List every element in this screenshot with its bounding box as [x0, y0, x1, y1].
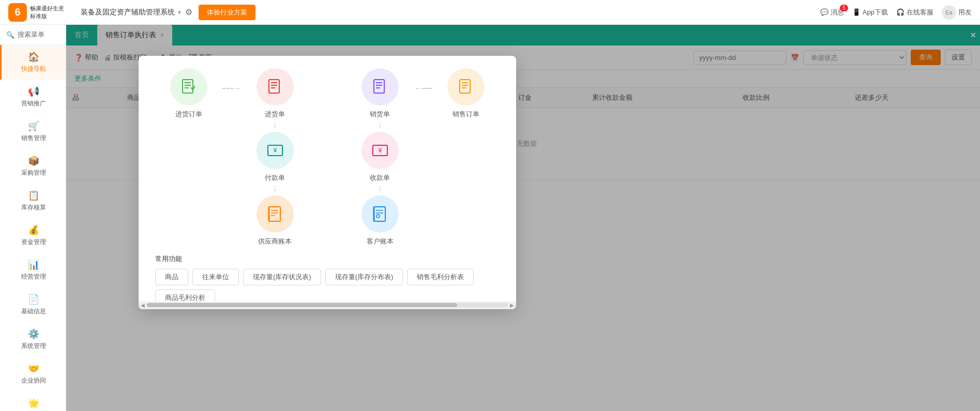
svg-point-28: [376, 215, 380, 218]
sidebar-item-marketing[interactable]: 📢 营销推广: [0, 80, 66, 114]
arrow-down-purchase: ↓: [242, 119, 309, 130]
modal-overlay: 进货订单 →: [66, 25, 980, 411]
svg-rect-8: [374, 80, 384, 93]
flow-row-1: 进货订单 →: [155, 68, 500, 119]
svg-text:¥: ¥: [273, 147, 277, 154]
scroll-track[interactable]: [147, 303, 508, 307]
basic-info-icon: 📄: [28, 294, 39, 305]
customer-ledger-circle: [361, 195, 399, 233]
svg-rect-20: [269, 207, 280, 221]
finance-icon: 💰: [28, 224, 39, 236]
sidebar-item-system[interactable]: ⚙️ 系统管理: [0, 322, 66, 357]
purchase-icon: 📦: [28, 155, 39, 166]
app-container: 6 畅康通好生意 标准版 装备及固定资产辅助管理系统 ▾ ⚙ 体验行业方案 💬 …: [0, 0, 980, 411]
marketing-icon: 📢: [28, 86, 39, 97]
sidebar-item-purchase[interactable]: 📦 采购管理: [0, 149, 66, 184]
flow-row-2: ¥ 付款单 ¥ 收款单: [155, 132, 500, 182]
svg-rect-4: [269, 80, 279, 93]
gear-button[interactable]: ⚙: [185, 7, 192, 17]
svg-rect-24: [268, 207, 270, 221]
logo-text: 畅康通好生意 标准版: [30, 5, 64, 20]
message-button[interactable]: 💬 消息 5: [820, 8, 844, 17]
svg-rect-29: [373, 207, 375, 221]
sidebar-item-sales[interactable]: 🛒 销售管理: [0, 114, 66, 149]
payment-circle: ¥: [257, 132, 294, 169]
sale-slip-circle: [361, 68, 399, 105]
modal-scrollbar[interactable]: ◀ ▶: [139, 301, 516, 309]
purchase-order-circle: [170, 68, 207, 105]
flow-node-receipt[interactable]: ¥ 收款单: [346, 132, 414, 182]
search-menu[interactable]: 🔍 搜索菜单: [0, 25, 66, 45]
enterprise-icon: 🤝: [28, 363, 39, 374]
flow-node-customer-ledger[interactable]: 客户账本: [346, 195, 414, 246]
logo-area: 6 畅康通好生意 标准版: [8, 3, 74, 22]
flow-diagram: 进货订单 →: [155, 68, 500, 246]
sale-order-circle: [447, 68, 485, 105]
flow-node-purchase-order[interactable]: 进货订单: [155, 68, 222, 119]
modal-body: 进货订单 →: [139, 56, 516, 301]
func-btn-product-profit[interactable]: 商品毛利分析: [155, 290, 215, 301]
receipt-circle: ¥: [361, 132, 399, 169]
mobile-icon: 📱: [852, 8, 861, 16]
svg-text:¥: ¥: [378, 147, 382, 154]
main-area: 🔍 搜索菜单 🏠 快捷导航 📢 营销推广 🛒 销售管理 📦 采购管理 📋: [0, 25, 980, 411]
sidebar-item-enterprise[interactable]: 🤝 企业协同: [0, 357, 66, 391]
purchase-slip-circle: [257, 68, 294, 105]
func-btn-inventory-status[interactable]: 现存量(库存状况表): [243, 269, 321, 285]
flow-node-sale-slip[interactable]: 销货单: [346, 68, 414, 119]
sidebar-item-basic-info[interactable]: 📄 基础信息: [0, 287, 66, 322]
headset-icon: 🎧: [896, 8, 904, 16]
avatar: Ea: [942, 5, 956, 20]
beginner-icon: 🌟: [28, 398, 39, 409]
scroll-left-arrow[interactable]: ◀: [141, 302, 145, 308]
common-functions-section: 常用功能 商品 往来单位 现存量(库存状况表) 现存量(库存分布表) 销售毛利分…: [155, 254, 500, 301]
arrow-down-receipt: ↓: [346, 182, 414, 193]
func-btn-product[interactable]: 商品: [155, 269, 188, 285]
supplier-ledger-circle: [257, 195, 294, 233]
arrow-sale-h: ←: [414, 83, 433, 104]
arrow-down-payment: ↓: [242, 182, 309, 193]
sidebar-item-beginner[interactable]: 🌟 新手引导: [0, 391, 66, 411]
try-industry-button[interactable]: 体验行业方案: [199, 5, 255, 20]
message-icon: 💬: [820, 8, 828, 16]
common-funcs-title: 常用功能: [155, 254, 500, 264]
func-btn-sales-profit[interactable]: 销售毛利分析表: [407, 269, 474, 285]
app-download-button[interactable]: 📱 App下载: [852, 8, 888, 17]
sidebar-item-finance[interactable]: 💰 资金管理: [0, 218, 66, 253]
arrow-purchase-h: →: [222, 83, 242, 104]
top-right-area: 💬 消息 5 📱 App下载 🎧 在线客服 Ea 用友: [820, 5, 972, 20]
flow-row-arrows: ↓ ↓: [155, 119, 500, 130]
home-icon: 🏠: [28, 51, 39, 63]
logo-icon: 6: [8, 3, 27, 22]
flow-row-3: 供应商账本 客户账本: [155, 195, 500, 246]
system-title: 装备及固定资产辅助管理系统 ▾: [81, 8, 181, 17]
sidebar: 🔍 搜索菜单 🏠 快捷导航 📢 营销推广 🛒 销售管理 📦 采购管理 📋: [0, 25, 66, 411]
content-area: 首页 销售订单执行表 × × ❓ 帮助 🖨 按模板打印 ▾: [66, 25, 980, 411]
arrow-down-sale: ↓: [346, 119, 414, 130]
operations-icon: 📊: [28, 259, 39, 270]
flow-node-purchase-slip[interactable]: 进货单: [242, 68, 309, 119]
message-badge: 5: [840, 5, 848, 11]
svg-rect-12: [460, 80, 470, 93]
top-bar: 6 畅康通好生意 标准版 装备及固定资产辅助管理系统 ▾ ⚙ 体验行业方案 💬 …: [0, 0, 980, 25]
func-btn-counterparty[interactable]: 往来单位: [192, 269, 239, 285]
func-buttons-row1: 商品 往来单位 现存量(库存状况表) 现存量(库存分布表) 销售毛利分析表 商品…: [155, 269, 500, 301]
sidebar-item-inventory[interactable]: 📋 库存核算: [0, 184, 66, 218]
scroll-right-arrow[interactable]: ▶: [510, 302, 514, 308]
online-service-button[interactable]: 🎧 在线客服: [896, 8, 933, 17]
func-btn-inventory-dist[interactable]: 现存量(库存分布表): [325, 269, 403, 285]
flow-node-supplier-ledger[interactable]: 供应商账本: [242, 195, 309, 246]
flow-modal: 进货订单 →: [139, 56, 516, 309]
scroll-thumb[interactable]: [147, 303, 457, 307]
sidebar-item-quick-nav[interactable]: 🏠 快捷导航: [0, 45, 66, 80]
svg-rect-25: [374, 207, 385, 221]
dropdown-arrow-icon[interactable]: ▾: [178, 9, 181, 16]
inventory-icon: 📋: [28, 190, 39, 201]
sidebar-item-operations[interactable]: 📊 经营管理: [0, 253, 66, 287]
flow-node-sale-order[interactable]: 销售订单: [432, 68, 500, 119]
sales-icon: 🛒: [28, 120, 39, 132]
system-icon: ⚙️: [28, 328, 39, 340]
user-profile-button[interactable]: Ea 用友: [942, 5, 972, 20]
search-icon: 🔍: [6, 31, 14, 39]
flow-node-payment[interactable]: ¥ 付款单: [242, 132, 309, 182]
